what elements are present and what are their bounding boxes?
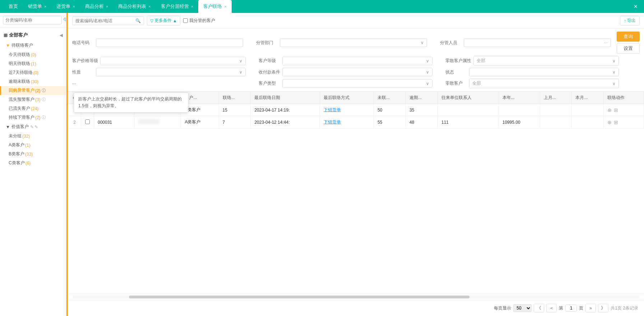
- nav-customer-seg-close[interactable]: ×: [191, 4, 193, 9]
- query-button[interactable]: 查询: [617, 32, 640, 42]
- manager-label: 分管人员: [440, 40, 462, 46]
- row2-grid-icon[interactable]: ⊞: [614, 119, 618, 125]
- horizontal-scrollbar[interactable]: [68, 294, 644, 300]
- sidebar-item-tomorrow[interactable]: 明天待联络(1): [0, 59, 66, 68]
- price-level-label: 客户价格等级: [72, 58, 98, 64]
- nav-purchase-close[interactable]: ×: [73, 4, 75, 9]
- retail-customer-select[interactable]: 全部 ∨: [469, 79, 619, 88]
- sidebar-item-today[interactable]: 今天待联络(0): [0, 50, 66, 59]
- per-page-select[interactable]: 50 100 200: [513, 304, 532, 312]
- repurchase-label: 回购异常客户: [9, 88, 34, 94]
- pending-group-label: 待联络客户: [11, 42, 33, 48]
- sidebar-item-repurchase-abnormal[interactable]: 回购异常客户 (2) ⓘ: [0, 86, 66, 95]
- sidebar-item-ungroup[interactable]: 未分组(32): [0, 132, 66, 141]
- more-conditions-btn[interactable]: ▽ 更多条件 ▲: [147, 16, 180, 25]
- nav-product-analysis[interactable]: 商品分析 ×: [80, 0, 113, 13]
- row2-link-icon[interactable]: ⊕: [607, 119, 612, 125]
- last-page-button[interactable]: 》: [598, 304, 608, 312]
- sidebar-item-a-class[interactable]: A类客户(1): [0, 141, 66, 150]
- retail-attr-value: 全部: [477, 58, 485, 64]
- row2-this-month: [572, 116, 604, 128]
- customer-type-select[interactable]: ∨: [282, 79, 432, 88]
- payment-chevron: ∨: [426, 70, 429, 75]
- gender-chevron: ∨: [239, 70, 242, 75]
- value-group-edit-icon[interactable]: ✎: [30, 124, 34, 129]
- row2-checkbox[interactable]: [81, 116, 94, 128]
- payment-select[interactable]: ∨: [282, 68, 432, 76]
- sidebar-all-customers[interactable]: ⊞ 全部客户 ◀: [0, 30, 66, 41]
- first-page-button[interactable]: 《: [534, 304, 544, 312]
- sidebar-item-lost-confirmed[interactable]: 已流失客户 (24): [0, 104, 66, 113]
- next-page-button[interactable]: ＞: [585, 304, 596, 312]
- filter-search-icon[interactable]: 🔍: [135, 18, 141, 23]
- retail-attr-label: 零散客户属性: [445, 58, 471, 64]
- price-level-select[interactable]: ∨: [100, 57, 246, 65]
- dept-select[interactable]: ∨: [280, 38, 427, 47]
- nav-purchase[interactable]: 进货单 ×: [51, 0, 80, 13]
- retail-attr-select[interactable]: 全部 ∨: [473, 56, 619, 66]
- row2-num: 2: [68, 116, 81, 128]
- nav-home[interactable]: 首页: [4, 0, 23, 13]
- phone-input[interactable]: [96, 38, 243, 47]
- nav-product-list-label: 商品分析列表: [118, 3, 146, 10]
- nav-sales[interactable]: 销货单 ×: [23, 0, 51, 13]
- declining-label: 持续下滑客户: [9, 114, 34, 121]
- filter-gender: 性质 ∨: [72, 68, 246, 76]
- sidebar-search-icon[interactable]: 🔍: [63, 18, 66, 23]
- row2-this-year: 10995.00: [499, 116, 540, 128]
- retail-customer-value: 全部: [472, 80, 481, 86]
- col-action: 联络动作: [604, 92, 644, 104]
- export-icon: ↑: [624, 18, 626, 23]
- payment-label: 收付款条件: [259, 69, 280, 75]
- export-button[interactable]: ↑ 导出: [620, 16, 640, 25]
- sidebar-search-input[interactable]: [3, 16, 62, 24]
- filter-payment: 收付款条件 ∨: [259, 68, 432, 76]
- nav-product-analysis-close[interactable]: ×: [106, 4, 108, 9]
- nav-sales-close[interactable]: ×: [44, 4, 46, 9]
- nav-customer-contact-close[interactable]: ×: [224, 4, 226, 9]
- nav-customer-contact[interactable]: 客户联络 ×: [198, 0, 231, 13]
- prev-page-button[interactable]: ＜: [546, 304, 557, 312]
- status-select[interactable]: ∨: [469, 68, 619, 76]
- col-last-date: 最后联络日期: [251, 92, 320, 104]
- scrollbar-thumb[interactable]: [129, 296, 469, 298]
- nav-product-list-close[interactable]: ×: [148, 4, 150, 9]
- sidebar-item-declining[interactable]: 持续下滑客户 (2) ⓘ: [0, 113, 66, 122]
- sidebar-collapse-icon[interactable]: ◀: [60, 33, 62, 38]
- row1-link-icon[interactable]: ⊕: [607, 107, 612, 113]
- dept-chevron: ∨: [421, 40, 424, 45]
- row1-grid-icon[interactable]: ⊞: [614, 107, 618, 113]
- export-label: 导出: [627, 18, 636, 24]
- lost-preview-count: (3): [35, 97, 41, 102]
- lost-preview-label: 流失预警客户: [9, 96, 34, 103]
- row2-last-month: [540, 116, 572, 128]
- page-number-input[interactable]: [565, 305, 577, 312]
- col-this-year: 本年...: [499, 92, 540, 104]
- window-close-button[interactable]: ×: [631, 3, 640, 10]
- filter-search-input[interactable]: [75, 18, 135, 23]
- value-group-edit2-icon[interactable]: ✎: [34, 124, 38, 129]
- nav-customer-segmentation[interactable]: 客户分层经营 ×: [156, 0, 198, 13]
- sidebar-value-group[interactable]: ▼ 价值客户 ✎ ✎: [0, 122, 66, 132]
- sidebar-pending-group[interactable]: ▼ 待联络客户: [0, 41, 66, 50]
- lost-confirmed-count: (24): [31, 106, 38, 111]
- filter-retail-customer: 零散客户 全部 ∨: [445, 79, 619, 88]
- nav-product-list[interactable]: 商品分析列表 ×: [113, 0, 156, 13]
- row2-last-date: 2023-04-12 14:44:: [251, 116, 320, 128]
- row2-last-method: 下销货单: [320, 116, 374, 128]
- sidebar-item-7days[interactable]: 近7天待联络(0): [0, 68, 66, 77]
- filter-actions: 查询 设置: [617, 32, 640, 54]
- price-level-chevron: ∨: [239, 58, 242, 63]
- sidebar-item-lost-preview[interactable]: 流失预警客户 (3) ⓘ: [0, 95, 66, 104]
- manager-select[interactable]: ···: [464, 38, 611, 47]
- gender-select[interactable]: ∨: [96, 68, 246, 76]
- row2-actions: ⊕ ⊞: [604, 116, 644, 128]
- sidebar-item-c-class[interactable]: C类客户(6): [0, 159, 66, 168]
- sidebar-item-b-class[interactable]: B类客户(33): [0, 150, 66, 159]
- my-customers-checkbox[interactable]: [183, 18, 188, 23]
- settings-button[interactable]: 设置: [617, 43, 640, 54]
- customer-level-select[interactable]: ∨: [282, 57, 432, 65]
- col-last-month: 上月...: [540, 92, 572, 104]
- sidebar-item-overdue[interactable]: 逾期未联络(30): [0, 77, 66, 86]
- nav-customer-contact-label: 客户联络: [203, 3, 222, 10]
